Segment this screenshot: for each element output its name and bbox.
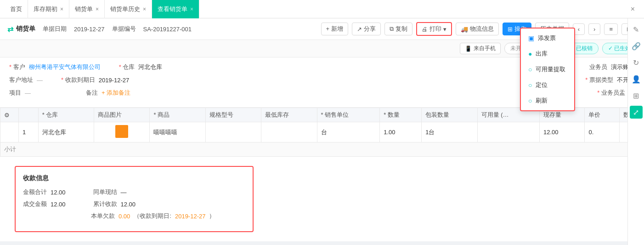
col-gear[interactable]: ⚙	[0, 108, 19, 122]
refresh-label: 刷新	[536, 97, 548, 105]
print-dropdown-icon: ▾	[443, 26, 446, 33]
share-icon: ↗	[357, 26, 362, 33]
project-field: 项目 —	[9, 89, 31, 97]
due-item: 本单欠款 0.00 （收款到期日: 2019-12-27 ）	[91, 212, 215, 220]
dropdown-add-invoice[interactable]: ▣ 添发票	[521, 30, 574, 46]
project-label: 项目	[9, 89, 21, 97]
copy-label: 复制	[395, 25, 407, 33]
print-btn[interactable]: 🖨 打印 ▾	[416, 22, 452, 36]
subtotal-row: 小计	[0, 142, 644, 157]
locate-icon: ○	[528, 81, 532, 89]
sidebar-link-icon[interactable]: 🔗	[630, 40, 643, 52]
sidebar-edit-icon[interactable]: ✎	[630, 23, 643, 36]
tab-sales-label: 销货单	[75, 5, 93, 13]
sidebar-expand-icon[interactable]: ⤢	[630, 106, 643, 119]
total-label: 金额合计	[23, 188, 47, 196]
tab-sales-history[interactable]: 销货单历史 ×	[105, 0, 152, 18]
table-row: 1 河北仓库 嘻嘻嘻嘻 台 1.00 1台 12.00 0.	[0, 122, 644, 142]
col-pkg-qty: 包装数量	[422, 108, 477, 122]
available-qty-label: 可用量提取	[536, 65, 565, 74]
staff-label: 业务员	[589, 63, 607, 71]
operation-dropdown: ▣ 添发票 ● 出库 ○ 可用量提取 ○ 定位 ○ 刷新	[520, 28, 575, 111]
subtotal-label: 小计	[0, 142, 644, 157]
note-field: 备注 + 添加备注	[86, 89, 130, 97]
row-current-stock: 12.00	[539, 122, 585, 142]
row-no: 1	[19, 122, 39, 142]
add-note-btn[interactable]: + 添加备注	[102, 89, 130, 97]
right-sidebar: ✎ 🔗 ↻ 👤 ⊞ ⤢	[627, 18, 644, 241]
share-btn[interactable]: ↗ 分享	[352, 23, 381, 35]
address-field: 客户地址 —	[9, 76, 43, 84]
tab-bar: 首页 库存期初 × 销货单 × 销货单历史 × 查看销货单 × ×	[0, 0, 644, 18]
due-label: 本单欠款	[91, 212, 115, 220]
row-qty: 1.00	[380, 122, 422, 142]
transaction-item: 成交金额 12.00	[23, 200, 66, 208]
warehouse-value: 河北仓库	[138, 63, 162, 71]
new-btn[interactable]: + 新增	[321, 23, 348, 35]
sidebar-user-icon[interactable]: 👤	[630, 73, 643, 85]
copy-btn[interactable]: ⧉ 复制	[384, 23, 412, 35]
cumulative-value: 12.00	[121, 201, 136, 208]
total-item: 金额合计 12.00	[23, 188, 66, 196]
tab-view-sales-label: 查看销货单	[158, 5, 187, 13]
tab-view-sales-close[interactable]: ×	[190, 6, 193, 12]
row-checkbox[interactable]	[0, 122, 19, 142]
payment-title: 收款信息	[23, 174, 245, 182]
col-qty: * 数量	[380, 108, 422, 122]
view1-btn[interactable]: ≡	[604, 23, 618, 35]
dropdown-outbound[interactable]: ● 出库	[521, 46, 574, 62]
add-invoice-label: 添发票	[538, 34, 556, 42]
mobile-icon: 📱	[465, 46, 472, 52]
col-min-stock: 最低库存	[261, 108, 317, 122]
transaction-value: 12.00	[51, 201, 66, 208]
col-product-img: 商品图片	[94, 108, 150, 122]
due-date: 2019-12-27	[175, 213, 206, 220]
col-sku: 规格型号	[205, 108, 261, 122]
tab-inventory-label: 库存期初	[34, 5, 57, 13]
bill-type-label: 票据类型	[585, 76, 613, 84]
share-label: 分享	[364, 25, 376, 33]
tab-sales-history-close[interactable]: ×	[143, 6, 146, 12]
logistics-btn[interactable]: 🚚 物流信息	[456, 23, 499, 35]
doc-no-value: SA-20191227-001	[143, 26, 192, 33]
window-close-btn[interactable]: ×	[626, 5, 639, 13]
note-label: 备注	[86, 89, 98, 97]
from-mobile-btn[interactable]: 📱 来自手机	[460, 43, 501, 54]
tab-inventory[interactable]: 库存期初 ×	[28, 0, 69, 18]
address-value: —	[37, 77, 43, 84]
items-table: ⚙ * 仓库 商品图片 * 商品 规格型号 最低库存 * 销售单位 * 数量 包…	[0, 108, 644, 157]
row-product: 嘻嘻嘻嘻	[150, 122, 205, 142]
tab-inventory-close[interactable]: ×	[60, 6, 63, 12]
project-value: —	[25, 90, 31, 97]
tab-view-sales[interactable]: 查看销货单 ×	[152, 0, 199, 18]
payment-container: 收款信息 金额合计 12.00 同单现结 — 成交金额 12.00 累计收款	[0, 157, 644, 241]
doc-title: 销货单	[16, 25, 35, 33]
dropdown-refresh[interactable]: ○ 刷新	[521, 93, 574, 108]
same-order-value: —	[121, 189, 127, 196]
logistics-label: 物流信息	[470, 25, 494, 33]
row-warehouse: 河北仓库	[38, 122, 94, 142]
tab-sales-close[interactable]: ×	[96, 6, 99, 12]
tab-home[interactable]: 首页	[5, 0, 28, 18]
print-icon: 🖨	[422, 26, 428, 33]
customer-field: 客户 柳州粤港平安气体有限公司	[9, 63, 101, 71]
customer-value[interactable]: 柳州粤港平安气体有限公司	[29, 63, 101, 71]
locate-label: 定位	[536, 81, 548, 89]
warehouse-field: 仓库 河北仓库	[119, 63, 163, 71]
doc-title-area: ⇄ 销货单	[7, 25, 35, 34]
cumulative-item: 累计收款 12.00	[93, 200, 136, 208]
copy-icon: ⧉	[390, 25, 394, 33]
due-note: （收款到期日:	[134, 212, 171, 220]
row-price: 0.	[585, 122, 620, 142]
address-label: 客户地址	[9, 76, 33, 84]
sidebar-rotate-icon[interactable]: ↻	[630, 56, 643, 69]
add-invoice-icon: ▣	[528, 34, 534, 42]
sidebar-grid-icon[interactable]: ⊞	[630, 89, 643, 102]
subtotal-text: 小计	[4, 146, 16, 153]
next-btn[interactable]: ›	[588, 23, 600, 35]
tab-sales[interactable]: 销货单 ×	[69, 0, 105, 18]
row-min-stock	[261, 122, 317, 142]
dropdown-available-qty[interactable]: ○ 可用量提取	[521, 62, 574, 77]
dropdown-locate[interactable]: ○ 定位	[521, 77, 574, 93]
from-mobile-label: 来自手机	[474, 45, 496, 52]
